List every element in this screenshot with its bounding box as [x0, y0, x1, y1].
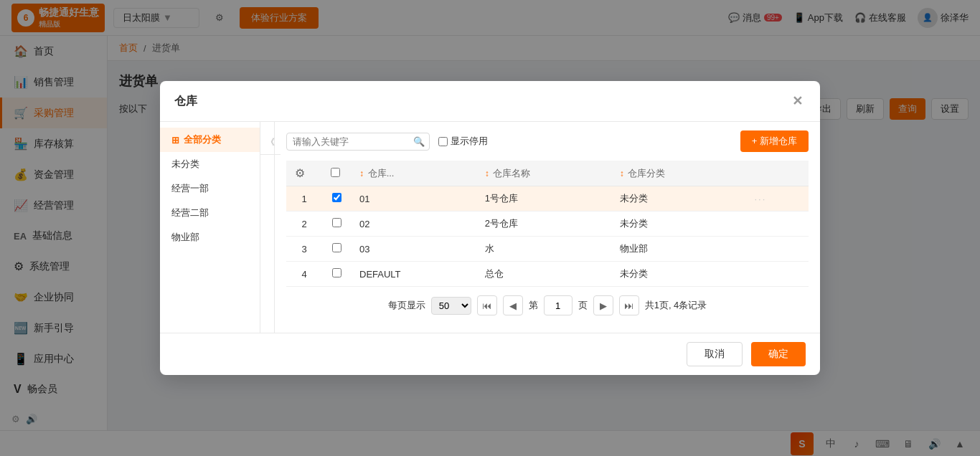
search-icon: 🔍 [413, 136, 425, 147]
row-action-dots[interactable]: ··· [754, 194, 766, 204]
table-row[interactable]: 3 03 水 物业部 [286, 237, 809, 262]
row-checkbox[interactable] [332, 268, 341, 277]
cancel-btn[interactable]: 取消 [687, 342, 743, 366]
row-checkbox[interactable] [332, 193, 341, 202]
pagination: 每页显示 50 10 20 100 ⏮ ◀ 第 页 ▶ ⏭ 共1页, 4条记录 [286, 287, 809, 324]
td-index: 2 [286, 212, 322, 237]
select-all-checkbox[interactable] [331, 168, 340, 177]
modal-title: 仓库 [174, 94, 197, 109]
td-name: 水 [476, 237, 611, 262]
row-checkbox[interactable] [332, 218, 341, 227]
modal-close-btn[interactable]: ✕ [788, 92, 806, 110]
td-check [322, 237, 351, 262]
td-check [322, 212, 351, 237]
sort-icon-category: ↕ [620, 168, 624, 179]
td-check [322, 186, 351, 212]
td-category: 未分类 [611, 186, 746, 212]
th-settings: ⚙ [286, 161, 322, 186]
modal-body: ⊞ 全部分类 未分类 经营一部 经营二部 物业部 《 [160, 122, 820, 333]
td-category: 物业部 [611, 237, 746, 262]
first-page-btn[interactable]: ⏮ [477, 295, 497, 315]
td-code: 01 [351, 186, 476, 212]
category-ops1[interactable]: 经营一部 [160, 176, 260, 201]
td-actions [745, 237, 809, 262]
td-code: DEFAULT [351, 262, 476, 287]
show-disabled-label[interactable]: 显示停用 [438, 135, 488, 148]
td-index: 4 [286, 262, 322, 287]
modal-footer: 取消 确定 [160, 333, 820, 375]
confirm-btn[interactable]: 确定 [751, 342, 806, 366]
settings-gear-icon: ⚙ [295, 167, 305, 179]
th-category: ↕ 仓库分类 [611, 161, 746, 186]
next-page-btn[interactable]: ▶ [593, 295, 613, 315]
sort-icon-name: ↕ [485, 168, 489, 179]
warehouse-modal: 仓库 ✕ ⊞ 全部分类 未分类 经营一部 经营二部 [160, 81, 820, 375]
table-body: 1 01 1号仓库 未分类 ··· 2 02 2号仓库 未分类 3 [286, 186, 809, 287]
grid-icon: ⊞ [171, 135, 179, 146]
modal-header: 仓库 ✕ [160, 81, 820, 122]
th-code: ↕ 仓库... [351, 161, 476, 186]
table-header: ⚙ ↕ 仓库... ↕ [286, 161, 809, 186]
td-name: 1号仓库 [476, 186, 611, 212]
category-all[interactable]: ⊞ 全部分类 [160, 128, 260, 152]
category-unclassified[interactable]: 未分类 [160, 152, 260, 176]
td-category: 未分类 [611, 212, 746, 237]
th-actions [745, 161, 809, 186]
page-input[interactable] [544, 295, 573, 315]
page-label: 第 [529, 299, 538, 312]
total-info: 共1页, 4条记录 [645, 299, 707, 312]
td-name: 总仓 [476, 262, 611, 287]
td-code: 03 [351, 237, 476, 262]
modal-category-sidebar: ⊞ 全部分类 未分类 经营一部 经营二部 物业部 [160, 122, 260, 333]
td-check [322, 262, 351, 287]
table-row[interactable]: 4 DEFAULT 总仓 未分类 [286, 262, 809, 287]
td-actions: ··· [745, 186, 809, 212]
td-code: 02 [351, 212, 476, 237]
category-ops2[interactable]: 经营二部 [160, 201, 260, 225]
td-category: 未分类 [611, 262, 746, 287]
search-box: 🔍 [286, 133, 430, 151]
table-row[interactable]: 2 02 2号仓库 未分类 [286, 212, 809, 237]
table-row[interactable]: 1 01 1号仓库 未分类 ··· [286, 186, 809, 212]
td-actions [745, 262, 809, 287]
th-name: ↕ 仓库名称 [476, 161, 611, 186]
show-disabled-checkbox[interactable] [438, 137, 448, 146]
row-checkbox[interactable] [332, 243, 341, 252]
warehouse-table: ⚙ ↕ 仓库... ↕ [286, 161, 809, 287]
td-actions [745, 212, 809, 237]
modal-toolbar: 🔍 显示停用 + 新增仓库 [286, 130, 809, 152]
td-name: 2号仓库 [476, 212, 611, 237]
modal-main: 🔍 显示停用 + 新增仓库 [275, 122, 820, 333]
th-check [322, 161, 351, 186]
category-property[interactable]: 物业部 [160, 225, 260, 250]
page-size-select[interactable]: 50 10 20 100 [431, 297, 471, 315]
page-unit: 页 [578, 299, 588, 312]
last-page-btn[interactable]: ⏭ [619, 295, 639, 315]
sort-icon-code: ↕ [359, 168, 364, 179]
td-index: 1 [286, 186, 322, 212]
page-size-label: 每页显示 [388, 299, 425, 312]
warehouse-table-container: ⚙ ↕ 仓库... ↕ [286, 161, 809, 287]
modal-overlay: 仓库 ✕ ⊞ 全部分类 未分类 经营一部 经营二部 [0, 0, 980, 456]
search-input[interactable] [293, 136, 413, 147]
add-warehouse-btn[interactable]: + 新增仓库 [740, 130, 809, 152]
prev-page-btn[interactable]: ◀ [503, 295, 523, 315]
td-index: 3 [286, 237, 322, 262]
